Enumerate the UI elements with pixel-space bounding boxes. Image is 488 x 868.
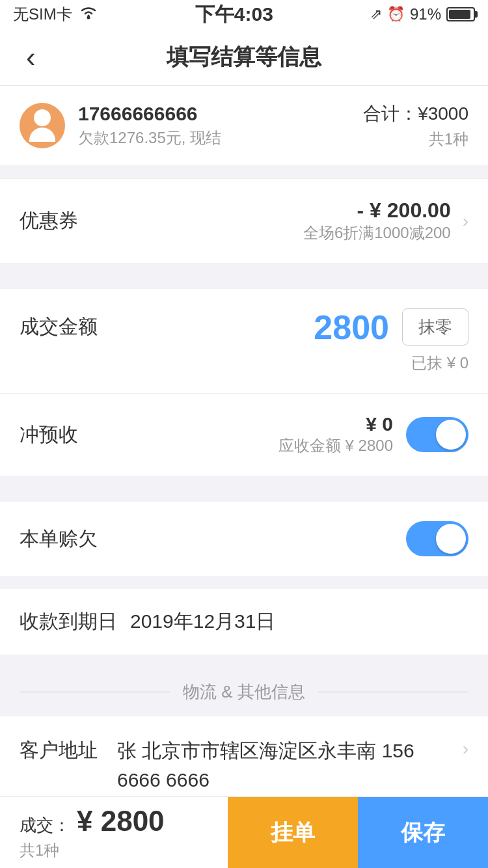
debt-toggle[interactable] xyxy=(406,521,468,556)
customer-card: 17666666666 欠款1276.35元, 现结 合计：¥3000 共1种 xyxy=(0,86,488,165)
customer-sub: 欠款1276.35元, 现结 xyxy=(78,128,221,148)
amount-right: 2800 抹零 xyxy=(314,308,468,346)
customer-phone: 17666666666 xyxy=(78,103,221,125)
coupon-label: 优惠券 xyxy=(20,208,78,234)
amount-sub-row: 已抹 ¥ 0 xyxy=(20,352,468,373)
status-bar: 无SIM卡 下午4:03 ⇗ ⏰ 91% xyxy=(0,0,488,29)
duedate-section: 收款到期日 2019年12月31日 xyxy=(0,589,488,655)
prereceive-sub: 应收金额 ¥ 2800 xyxy=(278,435,393,456)
bottom-count: 共1种 xyxy=(20,840,208,861)
section-separator-1 xyxy=(0,276,488,289)
address-label: 客户地址 xyxy=(20,736,98,764)
prereceive-label: 冲预收 xyxy=(20,422,78,448)
coupon-row[interactable]: 优惠券 - ¥ 200.00 全场6折满1000减200 › xyxy=(0,178,488,263)
address-content: 张 北京市市辖区海淀区永丰南 156 6666 6666 xyxy=(117,736,456,794)
back-button[interactable]: ‹ xyxy=(20,34,42,80)
address-row: 客户地址 张 北京市市辖区海淀区永丰南 156 6666 6666 › xyxy=(20,736,468,794)
debt-row: 本单赊欠 xyxy=(20,521,468,556)
duedate-label: 收款到期日 xyxy=(20,608,117,635)
amount-row: 成交金额 2800 抹零 xyxy=(20,308,468,346)
round-button[interactable]: 抹零 xyxy=(402,308,468,346)
prereceive-amount-block: ¥ 0 应收金额 ¥ 2800 xyxy=(278,413,393,456)
amount-value: 2800 xyxy=(314,310,389,344)
debt-toggle-knob xyxy=(436,524,466,554)
section-separator-2 xyxy=(0,489,488,502)
bottom-bar: 成交： ¥ 2800 共1种 挂单 保存 xyxy=(0,796,488,868)
location-icon: ⇗ xyxy=(370,6,382,23)
avatar xyxy=(20,103,65,148)
save-button[interactable]: 保存 xyxy=(358,797,488,869)
status-right: ⇗ ⏰ 91% xyxy=(370,5,475,23)
alarm-icon: ⏰ xyxy=(387,6,405,23)
customer-left: 17666666666 欠款1276.35元, 现结 xyxy=(20,103,221,148)
customer-info: 17666666666 欠款1276.35元, 现结 xyxy=(78,103,221,148)
prereceive-row: 冲预收 ¥ 0 应收金额 ¥ 2800 xyxy=(20,413,468,456)
prereceive-right: ¥ 0 应收金额 ¥ 2800 xyxy=(278,413,468,456)
hang-button[interactable]: 挂单 xyxy=(228,797,358,869)
content-area: 17666666666 欠款1276.35元, 现结 合计：¥3000 共1种 … xyxy=(0,86,488,868)
carrier-text: 无SIM卡 xyxy=(13,4,72,25)
coupon-chevron-icon: › xyxy=(463,211,468,232)
coupon-right: - ¥ 200.00 全场6折满1000减200 › xyxy=(303,198,468,243)
divider-text: 物流 & 其他信息 xyxy=(183,681,305,703)
duedate-row: 收款到期日 2019年12月31日 xyxy=(20,608,468,635)
divider-line-right xyxy=(318,692,468,692)
bottom-total-row: 成交： ¥ 2800 xyxy=(20,805,208,837)
coupon-desc: 全场6折满1000减200 xyxy=(303,223,451,243)
amount-label: 成交金额 xyxy=(20,314,98,340)
nav-bar: ‹ 填写结算等信息 xyxy=(0,29,488,86)
prereceive-toggle[interactable] xyxy=(406,417,468,452)
amount-section: 成交金额 2800 抹零 已抹 ¥ 0 xyxy=(0,289,488,393)
divider-line-left xyxy=(20,692,170,692)
duedate-value: 2019年12月31日 xyxy=(130,608,275,635)
customer-count: 共1种 xyxy=(363,129,468,150)
bottom-label: 成交： xyxy=(20,814,70,837)
status-time: 下午4:03 xyxy=(195,1,273,28)
svg-point-0 xyxy=(87,16,90,20)
debt-label: 本单赊欠 xyxy=(20,526,98,552)
prereceive-toggle-knob xyxy=(436,420,466,450)
address-chevron-icon: › xyxy=(463,736,468,759)
battery-percent: 91% xyxy=(410,5,441,23)
wifi-icon xyxy=(79,5,98,23)
bottom-amount: ¥ 2800 xyxy=(77,805,165,837)
coupon-amount: - ¥ 200.00 xyxy=(303,198,451,223)
prereceive-section: 冲预收 ¥ 0 应收金额 ¥ 2800 xyxy=(0,393,488,476)
battery-icon xyxy=(446,7,475,21)
customer-right: 合计：¥3000 共1种 xyxy=(363,102,468,150)
page-title: 填写结算等信息 xyxy=(167,42,321,72)
customer-total: 合计：¥3000 xyxy=(363,102,468,126)
debt-section: 本单赊欠 xyxy=(0,502,488,576)
bottom-info: 成交： ¥ 2800 共1种 xyxy=(0,805,228,861)
status-left: 无SIM卡 xyxy=(13,4,98,25)
logistics-divider: 物流 & 其他信息 xyxy=(0,668,488,716)
amount-sub-text: 已抹 ¥ 0 xyxy=(411,354,468,372)
prereceive-amount: ¥ 0 xyxy=(278,413,393,435)
